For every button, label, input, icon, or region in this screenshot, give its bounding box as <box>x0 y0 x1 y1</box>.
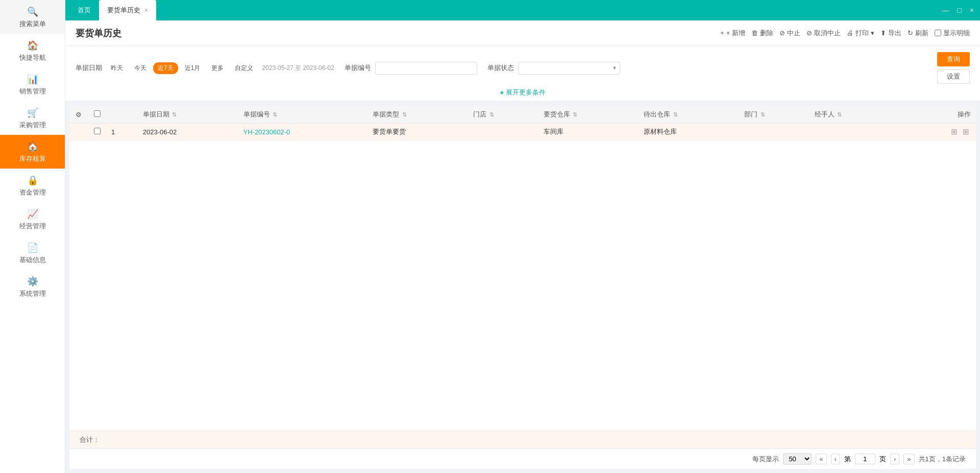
print-dropdown-icon: ▾ <box>871 29 874 37</box>
purchase-mgmt-icon: 🛒 <box>27 107 38 119</box>
refresh-button[interactable]: ↻ 刷新 <box>908 29 928 38</box>
current-page-input[interactable] <box>855 454 875 464</box>
new-button[interactable]: + + 新增 <box>720 29 745 38</box>
main-content: 首页 要货单历史 × — □ × 要货单历史 + + 新增 🗑 删除 <box>65 0 980 473</box>
print-button[interactable]: 🖨 打印 ▾ <box>847 29 874 38</box>
sidebar-item-basic-info[interactable]: 📄 基础信息 <box>0 236 65 270</box>
cell-store <box>468 124 538 140</box>
more-icon[interactable]: ⊞ <box>963 127 969 136</box>
table-wrapper: ⚙ 单据日期 ⇅ 单据编号 ⇅ <box>69 106 976 431</box>
col-handler-header: 经手人 ⇅ <box>810 106 895 124</box>
export-button[interactable]: ⬆ 导出 <box>880 29 901 38</box>
col-doc-num-header: 单据编号 ⇅ <box>238 106 368 124</box>
sidebar-item-ops-mgmt[interactable]: 📈 经营管理 <box>0 202 65 236</box>
sidebar-item-inventory[interactable]: 🏠 库存核算 <box>0 135 65 169</box>
status-select[interactable] <box>518 62 620 75</box>
header-actions: + + 新增 🗑 删除 ⊘ 中止 ⊘ 取消中止 🖨 打印 <box>720 29 970 38</box>
col-num-header <box>106 106 138 124</box>
refresh-icon: ↻ <box>908 29 913 37</box>
sales-mgmt-icon: 📊 <box>27 74 38 85</box>
sort-req-warehouse-icon[interactable]: ⇅ <box>573 111 577 117</box>
last-page-button[interactable]: » <box>903 454 914 464</box>
expand-more-button[interactable]: ▾ 展开更多条件 <box>500 88 546 97</box>
doc-num-filter-group: 单据编号 <box>345 62 477 75</box>
date-btn-custom[interactable]: 自定义 <box>230 62 258 74</box>
col-settings[interactable]: ⚙ <box>69 106 88 124</box>
sidebar-item-label: 资金管理 <box>19 188 46 197</box>
date-btn-7days[interactable]: 近7天 <box>153 62 178 74</box>
date-btn-1month[interactable]: 近1月 <box>180 62 205 74</box>
sort-handler-icon[interactable]: ⇅ <box>837 111 842 117</box>
ops-mgmt-icon: 📈 <box>27 208 38 220</box>
doc-num-link[interactable]: YH-20230602-0 <box>243 128 290 136</box>
date-buttons-group: 昨天 今天 近7天 近1月 更多 自定义 <box>106 62 258 74</box>
page-header: 要货单历史 + + 新增 🗑 删除 ⊘ 中止 ⊘ 取消中止 <box>65 20 980 46</box>
first-page-button[interactable]: « <box>816 454 826 464</box>
page-total-info: 共1页，1条记录 <box>919 455 966 464</box>
col-checkbox-header <box>88 106 106 124</box>
sidebar-item-finance-mgmt[interactable]: 🔒 资金管理 <box>0 169 65 202</box>
page-label-before: 第 <box>844 455 851 464</box>
data-table: ⚙ 单据日期 ⇅ 单据编号 ⇅ <box>69 106 976 140</box>
sort-doc-date-icon[interactable]: ⇅ <box>172 111 177 117</box>
filter-row-1: 单据日期 昨天 今天 近7天 近1月 更多 自定义 2023-05-27 至 2… <box>76 52 970 84</box>
cell-doc-date: 2023-06-02 <box>138 124 238 140</box>
row-checkbox[interactable] <box>94 128 101 134</box>
date-filter-label: 单据日期 <box>76 63 102 73</box>
date-filter-group: 单据日期 昨天 今天 近7天 近1月 更多 自定义 2023-05-27 至 2… <box>76 62 334 74</box>
display-detail-label: 显示明细 <box>943 29 970 38</box>
doc-num-label: 单据编号 <box>345 63 371 73</box>
topbar-active-tab[interactable]: 要货单历史 × <box>99 0 156 20</box>
sort-doc-num-icon[interactable]: ⇅ <box>273 111 277 117</box>
display-detail-checkbox[interactable] <box>935 30 941 36</box>
sidebar-item-search-menu[interactable]: 🔍 搜索菜单 <box>0 0 65 34</box>
col-doc-type-header: 单据类型 ⇅ <box>368 106 468 124</box>
inventory-icon: 🏠 <box>27 141 38 152</box>
window-close-button[interactable]: × <box>968 5 976 15</box>
page-body: 要货单历史 + + 新增 🗑 删除 ⊘ 中止 ⊘ 取消中止 <box>65 20 980 473</box>
date-btn-yesterday[interactable]: 昨天 <box>106 62 128 74</box>
page-size-select[interactable]: 50 10 20 100 <box>783 453 812 465</box>
col-pending-warehouse-header: 待出仓库 ⇅ <box>639 106 739 124</box>
col-op-header: 操作 <box>895 106 976 124</box>
footer-sum: 合计： <box>69 431 976 448</box>
sort-doc-type-icon[interactable]: ⇅ <box>402 111 407 117</box>
doc-num-input[interactable] <box>375 62 477 75</box>
print-icon: 🖨 <box>847 29 853 37</box>
date-btn-more[interactable]: 更多 <box>207 62 228 74</box>
minimize-button[interactable]: — <box>940 5 951 15</box>
status-filter-group: 单据状态 ▾ <box>487 62 620 75</box>
cancel-suspend-button[interactable]: ⊘ 取消中止 <box>806 29 841 38</box>
sidebar-item-label: 基础信息 <box>19 255 46 265</box>
sort-dept-icon[interactable]: ⇅ <box>761 111 765 117</box>
sidebar-item-purchase-mgmt[interactable]: 🛒 采购管理 <box>0 101 65 135</box>
sidebar-item-quick-nav[interactable]: 🏠 快捷导航 <box>0 34 65 67</box>
cell-req-warehouse: 车间库 <box>538 124 639 140</box>
suspend-button[interactable]: ⊘ 中止 <box>779 29 800 38</box>
pagination: 每页显示 50 10 20 100 « ‹ 第 页 › » 共1页，1条记录 <box>69 448 976 469</box>
suspend-icon: ⊘ <box>779 29 785 37</box>
chevron-down-small-icon: ▾ <box>500 89 504 97</box>
edit-icon[interactable]: ⊞ <box>951 127 958 136</box>
delete-button[interactable]: 🗑 删除 <box>751 29 773 38</box>
sort-pending-warehouse-icon[interactable]: ⇅ <box>673 111 678 117</box>
prev-page-button[interactable]: ‹ <box>831 454 840 464</box>
basic-info-icon: 📄 <box>27 242 38 253</box>
display-detail-checkbox-wrapper[interactable]: 显示明细 <box>935 29 970 38</box>
table-area: ⚙ 单据日期 ⇅ 单据编号 ⇅ <box>69 106 976 469</box>
page-label-after: 页 <box>879 455 886 464</box>
topbar-home-tab[interactable]: 首页 <box>69 0 99 20</box>
sidebar-item-sys-mgmt[interactable]: ⚙️ 系统管理 <box>0 270 65 303</box>
settings-button[interactable]: 设置 <box>937 69 970 84</box>
cell-pending-warehouse: 原材料仓库 <box>639 124 739 140</box>
maximize-button[interactable]: □ <box>955 5 963 15</box>
sort-store-icon[interactable]: ⇅ <box>489 111 494 117</box>
sidebar-item-label: 系统管理 <box>19 289 46 298</box>
sidebar-item-sales-mgmt[interactable]: 📊 销售管理 <box>0 67 65 101</box>
select-all-checkbox[interactable] <box>94 110 101 117</box>
date-btn-today[interactable]: 今天 <box>130 62 151 74</box>
page-title: 要货单历史 <box>76 27 121 39</box>
close-tab-icon[interactable]: × <box>144 7 148 14</box>
next-page-button[interactable]: › <box>890 454 899 464</box>
query-button[interactable]: 查询 <box>937 52 970 66</box>
